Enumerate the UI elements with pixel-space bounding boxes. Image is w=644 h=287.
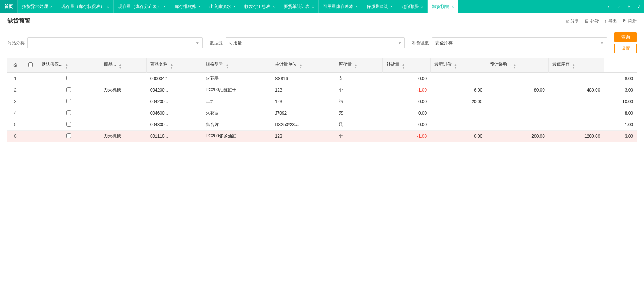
nav-tab-1[interactable]: 拣货异常处理 × (18, 0, 57, 13)
row-supplier (100, 96, 147, 107)
th-gear: ⚙ (7, 58, 23, 73)
row-checkbox-3[interactable] (66, 110, 71, 115)
nav-tab-8[interactable]: 可用量库存账本 × (319, 0, 362, 13)
row-latest-price: 200.00 (486, 131, 548, 142)
row-product-code: 004800... (147, 119, 202, 131)
row-spec: 123 (271, 84, 335, 96)
row-supplier (100, 107, 147, 119)
th-replenish-qty[interactable]: 补货量 ▲▼ (383, 58, 430, 73)
row-latest-price (486, 107, 548, 119)
row-checkbox-4[interactable] (66, 122, 71, 127)
th-spec[interactable]: 规格型号 ▲▼ (202, 58, 271, 73)
nav-tab-label-5: 出入库流水 (209, 4, 231, 10)
replenish-icon: ⊞ (585, 18, 589, 24)
nav-tab-close-2[interactable]: × (107, 5, 109, 9)
row-min-stock: 8.00 (604, 107, 637, 119)
query-button[interactable]: 查询 (614, 32, 637, 42)
datasource-select[interactable]: 可用量 ▼ (226, 37, 405, 48)
row-replenish-qty: 6.00 (430, 84, 486, 96)
category-select[interactable]: ▼ (27, 37, 203, 48)
refresh-button[interactable]: ↻ 刷新 (623, 18, 637, 24)
nav-tab-6[interactable]: 收发存汇总表 × (240, 0, 279, 13)
row-supplier (100, 119, 147, 131)
nav-tab-10[interactable]: 超储预警 × (397, 0, 428, 13)
row-checkbox-cell[interactable] (38, 119, 100, 131)
table-row: 5 004800... 离合片 DS250*23c... 只 0.00 1.00 (7, 119, 637, 131)
nav-close-btn[interactable]: × (624, 0, 634, 13)
nav-tab-close-4[interactable]: × (199, 5, 201, 9)
th-product-name[interactable]: 商品名称 ▲▼ (147, 58, 202, 73)
th-supplier[interactable]: 默认供应... ▲▼ (38, 58, 100, 73)
th-stock-label: 库存量 (339, 62, 352, 67)
nav-tab-3[interactable]: 现存量（库存分布表） × (114, 0, 170, 13)
nav-tab-close-1[interactable]: × (50, 5, 52, 9)
row-checkbox-cell[interactable] (38, 73, 100, 84)
th-min-stock[interactable]: 最低库存 ▲▼ (548, 58, 604, 73)
th-latest-price[interactable]: 最新进价 ▲▼ (430, 58, 486, 73)
th-unit[interactable]: 主计量单位 ▲▼ (271, 58, 335, 73)
th-est-purchase[interactable]: 预计采购... ▲▼ (486, 58, 548, 73)
row-gear-cell (23, 119, 38, 131)
replenish-select-value: 安全库存 (435, 40, 453, 46)
th-latest-price-label: 最新进价 (434, 62, 452, 67)
th-spec-label: 规格型号 (206, 62, 223, 67)
share-button[interactable]: ⎋ 分享 (566, 18, 579, 24)
nav-tab-close-3[interactable]: × (164, 5, 166, 9)
th-product-code[interactable]: 商品... ▲▼ (100, 58, 147, 73)
row-est-purchase: 1200.00 (548, 131, 604, 142)
nav-tab-label-6: 收发存汇总表 (244, 4, 270, 10)
nav-tab-home[interactable]: 首页 (0, 0, 18, 13)
row-checkbox-1[interactable] (66, 87, 71, 92)
row-checkbox-2[interactable] (66, 99, 71, 103)
row-stock: -1.00 (383, 84, 430, 96)
filter-row: 商品分类 ▼ 数据源 可用量 ▼ 补货基数 安全库存 ▼ 查询 设置 (0, 28, 644, 58)
nav-tab-close-5[interactable]: × (233, 5, 235, 9)
row-checkbox-0[interactable] (66, 76, 71, 80)
row-checkbox-cell[interactable] (38, 96, 100, 107)
nav-tab-11[interactable]: 缺货预警 × (428, 0, 458, 13)
nav-arrow-right[interactable]: › (614, 0, 624, 13)
nav-tab-close-6[interactable]: × (273, 5, 275, 9)
replenish-button[interactable]: ⊞ 补货 (585, 18, 599, 24)
row-number: 5 (7, 119, 23, 131)
replenish-qty-sort-icon: ▲▼ (402, 63, 405, 69)
table-row: 2 力天机械 004200... PC200油缸缸子 123 个 -1.00 6… (7, 84, 637, 96)
row-product-code: 801110... (147, 131, 202, 142)
row-product-name: 火花塞 (202, 107, 271, 119)
row-checkbox-cell[interactable] (38, 107, 100, 119)
row-unit: 个 (335, 131, 383, 142)
nav-arrow-left[interactable]: ‹ (604, 0, 614, 13)
category-label: 商品分类 (7, 40, 25, 46)
settings-button[interactable]: 设置 (614, 44, 637, 53)
row-checkbox-cell[interactable] (38, 84, 100, 96)
nav-tab-close-11[interactable]: × (452, 5, 454, 9)
nav-tab-label-4: 库存批次账 (175, 4, 196, 10)
row-stock: 0.00 (383, 107, 430, 119)
table-row: 3 004200... 三九 123 箱 0.00 20.00 10.00 (7, 96, 637, 107)
nav-tab-7[interactable]: 要货单统计表 × (279, 0, 319, 13)
replenish-chevron-down-icon: ▼ (600, 41, 604, 45)
nav-tab-close-7[interactable]: × (312, 5, 314, 9)
replenish-select[interactable]: 安全库存 ▼ (432, 37, 607, 48)
nav-tab-9[interactable]: 保质期查询 × (362, 0, 397, 13)
main-content: 缺货预警 ⎋ 分享 ⊞ 补货 ↑ 导出 ↻ 刷新 商品分类 (0, 13, 644, 287)
nav-tab-2[interactable]: 现存量（库存状况表） × (57, 0, 114, 13)
nav-tab-label-8: 可用量库存账本 (323, 4, 353, 10)
nav-tab-close-9[interactable]: × (391, 5, 393, 9)
nav-tab-close-10[interactable]: × (421, 5, 423, 9)
nav-tab-5[interactable]: 出入库流水 × (205, 0, 240, 13)
th-min-stock-label: 最低库存 (552, 62, 570, 67)
select-all-checkbox[interactable] (28, 62, 33, 67)
th-stock[interactable]: 库存量 ▲▼ (335, 58, 383, 73)
row-checkbox-cell[interactable] (38, 131, 100, 142)
row-checkbox-5[interactable] (66, 133, 71, 138)
nav-tab-close-8[interactable]: × (356, 5, 358, 9)
export-button[interactable]: ↑ 导出 (605, 18, 617, 24)
row-min-stock: 1.00 (604, 119, 637, 131)
row-gear-cell (23, 131, 38, 142)
table-settings-icon[interactable]: ⚙ (11, 61, 19, 70)
nav-tab-4[interactable]: 库存批次账 × (170, 0, 205, 13)
th-est-purchase-label: 预计采购... (490, 62, 511, 67)
nav-expand-btn[interactable]: ⤢ (634, 0, 644, 13)
replenish-filter: 补货基数 安全库存 ▼ (412, 37, 607, 48)
